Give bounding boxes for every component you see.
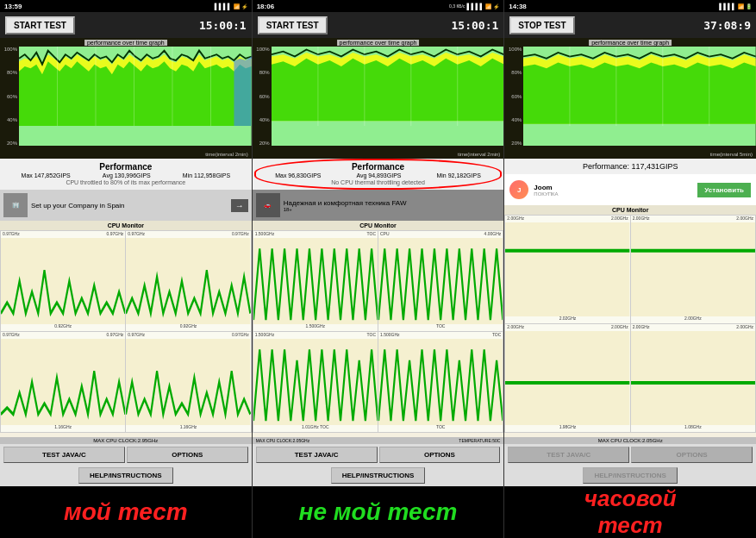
battery-icon-2: ⚡ xyxy=(493,3,499,9)
graph-title-2: performance over time graph xyxy=(337,40,420,46)
status-bar-3: 14:38 ▌▌▌▌ 📶 🔋 xyxy=(504,0,756,12)
svg-rect-31 xyxy=(505,222,629,316)
graph-canvas-3 xyxy=(523,47,756,146)
caption-2: не мой тест xyxy=(253,486,504,538)
perf-single-3: Performance: 117,431GIPS xyxy=(509,162,751,171)
stop-button-3[interactable]: STOP TEST xyxy=(509,16,574,34)
perf-min-2: Min 92,182GIPS xyxy=(436,172,480,178)
options-btn-3[interactable]: OPTIONS xyxy=(631,447,753,463)
joom-info: Joom ПОКУПКА xyxy=(534,184,692,197)
cpu-monitor-3: CPU Monitor 2.00GHz2.00GHz 2.02GHz 2.00G… xyxy=(504,205,756,437)
svg-rect-33 xyxy=(505,331,629,425)
action-row-3: STOP TEST 37:08:9 xyxy=(504,12,756,38)
help-row-1: HELP/INSTRUCTIONS xyxy=(0,466,252,486)
cpu-grid-3: 2.00GHz2.00GHz 2.02GHz 2.00GHz2.00GHz 2.… xyxy=(504,215,756,433)
throttle-notice-2: No CPU thermal throttling detected xyxy=(258,178,499,186)
joom-ad[interactable]: J Joom ПОКУПКА Установить xyxy=(504,174,756,205)
test-java-btn-3[interactable]: TEST JAVA/C xyxy=(508,447,629,463)
y-axis-2: 100% 80% 60% 40% 20% xyxy=(253,47,272,146)
joom-logo: J xyxy=(509,180,528,199)
cpu-core-3-1: 2.00GHz2.00GHz 2.02GHz xyxy=(505,216,629,323)
battery-icon-3: 🔋 xyxy=(746,3,752,9)
cpu-core-2-3: 1.500GHzTOC 1.01GHz TOC xyxy=(253,332,378,432)
graph-section-3: performance over time graph 100% 80% 60%… xyxy=(504,38,756,159)
cpu-core-3-4: 2.00GHz2.00GHz 1.08GHz xyxy=(631,324,755,432)
signal-icon: ▌▌▌▌ xyxy=(215,3,232,9)
start-button-2[interactable]: START TEST xyxy=(258,16,328,34)
graph-section-2: performance over time graph 100% 80% 60%… xyxy=(253,38,504,159)
y-axis-3: 100% 80% 60% 40% 20% xyxy=(504,47,523,146)
cpu-core-1-2: 0.97GHz0.97GHz 0.92GHz xyxy=(126,231,250,331)
cpu-monitor-2: CPU Monitor 1.500GHzTOC 1.500GHz CPU4.00… xyxy=(253,221,504,437)
battery-icon: ⚡ xyxy=(241,3,247,9)
action-row-2: START TEST 15:00:1 xyxy=(253,12,504,38)
svg-marker-15 xyxy=(272,59,504,121)
phone-screen-2: 18:06 0,3 КБ/с ▌▌▌▌ 📶 ⚡ START TEST 15:00… xyxy=(253,0,505,538)
caption-text-1: мой тест xyxy=(64,498,188,526)
time-2: 18:06 xyxy=(257,3,274,10)
help-btn-3[interactable]: HELP/INSTRUCTIONS xyxy=(583,467,678,484)
ad-banner-2[interactable]: 🚗 Надежная и комфортная техника FAW 18+ xyxy=(253,190,504,221)
perf-section-3: Performance: 117,431GIPS xyxy=(504,159,756,174)
start-button-1[interactable]: START TEST xyxy=(5,16,75,34)
cpu-monitor-label-3: CPU Monitor xyxy=(504,205,756,215)
help-row-3: HELP/INSTRUCTIONS xyxy=(504,466,756,486)
phone-screen-1: 13:59 ▌▌▌▌ 📶 ⚡ START TEST 15:00:1 perfor… xyxy=(0,0,253,538)
time-3: 14:38 xyxy=(509,3,526,10)
wifi-icon: 📶 xyxy=(234,3,240,9)
options-btn-2[interactable]: OPTIONS xyxy=(379,447,501,463)
signal-icon-3: ▌▌▌▌ xyxy=(719,3,736,9)
svg-rect-34 xyxy=(631,331,755,425)
graph-title-3: performance over time graph xyxy=(589,40,672,46)
svg-marker-2 xyxy=(19,61,252,126)
joom-install-btn[interactable]: Установить xyxy=(697,183,751,197)
graph-section-1: performance over time graph 100% 80% 60%… xyxy=(0,38,252,159)
action-row-1: START TEST 15:00:1 xyxy=(0,12,252,38)
svg-marker-8 xyxy=(234,57,251,127)
ad-icon-1: 🏢 xyxy=(3,193,28,217)
cpu-core-2-4: 1.500GHzTOC TOC xyxy=(378,332,503,432)
perf-title-2: Performance xyxy=(258,162,499,172)
cpu-core-1-1: 0.97GHz0.97GHz 0.92GHz xyxy=(1,231,125,331)
cpu-core-3-3: 2.00GHz2.00GHz 1.98GHz xyxy=(505,324,629,432)
status-icons-2: 0,3 КБ/с ▌▌▌▌ 📶 ⚡ xyxy=(449,3,499,9)
ad-text-2: Надежная и комфортная техника FAW 18+ xyxy=(284,199,501,212)
graph-canvas-1 xyxy=(19,47,252,146)
perf-max-1: Max 147,852GIPS xyxy=(22,172,71,178)
max-cpu-3: MAX CPU CLOCK:2.05GHz xyxy=(504,437,756,444)
caption-text-2: не мой тест xyxy=(299,498,458,526)
ad-arrow-1[interactable]: → xyxy=(231,199,248,212)
svg-rect-32 xyxy=(631,222,755,316)
throttle-notice-1: CPU throttled to 80% of its max performa… xyxy=(5,178,247,186)
wifi-icon-2: 📶 xyxy=(485,3,491,9)
status-icons-3: ▌▌▌▌ 📶 🔋 xyxy=(719,3,752,9)
time-1: 13:59 xyxy=(4,3,22,10)
perf-avg-1: Avg 130,996GIPS xyxy=(103,172,151,178)
bottom-buttons-1: TEST JAVA/C OPTIONS xyxy=(0,444,252,466)
help-btn-1[interactable]: HELP/INSTRUCTIONS xyxy=(78,467,173,484)
timer-2: 15:00:1 xyxy=(452,19,499,32)
perf-section-2: Performance Max 96,830GIPS Avg 94,893GIP… xyxy=(253,159,504,190)
cpu-monitor-1: CPU Monitor 0.97GHz0.97GHz 0.92GHz 0.97G… xyxy=(0,221,252,437)
caption-1: мой тест xyxy=(0,486,252,538)
cpu-monitor-label-1: CPU Monitor xyxy=(0,221,252,230)
wifi-icon-3: 📶 xyxy=(738,3,744,9)
screens-container: 13:59 ▌▌▌▌ 📶 ⚡ START TEST 15:00:1 perfor… xyxy=(0,0,756,538)
cpu-core-1-3: 0.97GHz0.97GHz 1.16GHz xyxy=(1,332,125,432)
test-java-btn-1[interactable]: TEST JAVA/C xyxy=(3,447,125,463)
bottom-buttons-2: TEST JAVA/C OPTIONS xyxy=(253,444,504,466)
cpu-core-1-4: 0.97GHz0.97GHz 1.16GHz xyxy=(126,332,250,432)
perf-stats-2: Max 96,830GIPS Avg 94,893GIPS Min 92,182… xyxy=(258,172,499,178)
help-btn-2[interactable]: HELP/INSTRUCTIONS xyxy=(331,467,426,484)
graph-time-3: time(interval 5min) xyxy=(710,152,753,157)
cpu-grid-1: 0.97GHz0.97GHz 0.92GHz 0.97GHz0.97GHz 0.… xyxy=(0,230,252,433)
caption-3: часовой тест xyxy=(504,486,756,538)
ad-banner-1[interactable]: 🏢 Set up your Company in Spain → xyxy=(0,190,252,221)
perf-min-1: Min 112,958GIPS xyxy=(183,172,230,178)
test-java-btn-2[interactable]: TEST JAVA/C xyxy=(256,447,378,463)
cpu-monitor-label-2: CPU Monitor xyxy=(253,221,504,230)
ad-text-1: Set up your Company in Spain xyxy=(31,202,228,210)
options-btn-1[interactable]: OPTIONS xyxy=(127,447,248,463)
phone-screen-3: 14:38 ▌▌▌▌ 📶 🔋 STOP TEST 37:08:9 perform… xyxy=(504,0,756,538)
bottom-buttons-3: TEST JAVA/C OPTIONS xyxy=(504,444,756,466)
